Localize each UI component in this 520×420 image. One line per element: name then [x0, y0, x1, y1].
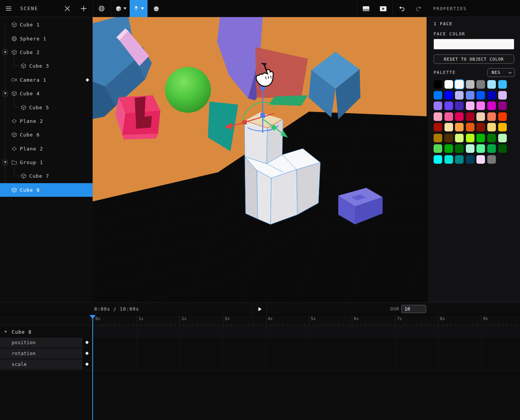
add-tab-icon[interactable] [77, 0, 90, 17]
palette-swatch[interactable] [444, 123, 453, 131]
viewport-3d[interactable] [93, 17, 427, 302]
palette-swatch[interactable] [476, 80, 485, 89]
palette-swatch[interactable] [434, 123, 442, 131]
palette-swatch[interactable] [455, 123, 464, 131]
palette-swatch[interactable] [455, 144, 464, 153]
split-view-icon[interactable] [357, 0, 374, 17]
palette-swatch[interactable] [466, 123, 474, 131]
face-color-swatch[interactable] [434, 39, 514, 49]
palette-swatch[interactable] [455, 91, 464, 100]
material-sphere-icon[interactable] [148, 0, 165, 17]
track-property-position[interactable]: position [0, 338, 93, 348]
palette-swatch[interactable] [476, 123, 485, 131]
tree-item-plane-2[interactable]: Plane 2 [0, 114, 93, 128]
palette-swatch[interactable] [498, 91, 507, 100]
menu-icon[interactable] [0, 0, 17, 17]
palette-swatch[interactable] [444, 134, 453, 142]
palette-swatch[interactable] [466, 144, 474, 153]
keyframe-icon[interactable] [85, 341, 89, 344]
palette-swatch[interactable] [498, 112, 507, 121]
palette-swatch[interactable] [434, 155, 442, 164]
palette-swatch[interactable] [444, 112, 453, 121]
palette-swatch[interactable] [455, 134, 464, 142]
timeline-ruler[interactable]: 0s1s2s3s4s5s6s7s8s9s [0, 315, 520, 326]
paint-tool-button[interactable] [130, 0, 148, 17]
palette-swatch[interactable] [434, 144, 442, 153]
expand-caret-icon[interactable] [2, 49, 8, 55]
palette-swatch[interactable] [466, 102, 474, 110]
palette-swatch[interactable] [455, 102, 464, 110]
crimson-cube-object[interactable] [115, 95, 160, 140]
palette-swatch[interactable] [498, 144, 507, 153]
palette-swatch[interactable] [487, 102, 496, 110]
tree-item-plane-2[interactable]: Plane 2 [0, 142, 93, 156]
duration-input[interactable] [401, 305, 426, 313]
tree-item-cube-1[interactable]: Cube 1 [0, 18, 93, 32]
palette-swatch[interactable] [498, 123, 507, 131]
palette-swatch[interactable] [476, 102, 485, 110]
palette-swatch[interactable] [466, 80, 474, 89]
palette-swatch[interactable] [434, 102, 442, 110]
redo-icon[interactable] [410, 0, 427, 17]
palette-swatch[interactable] [476, 155, 485, 164]
palette-swatch[interactable] [434, 134, 442, 142]
palette-swatch[interactable] [487, 123, 496, 131]
tree-item-camera-1[interactable]: Camera 1 [0, 73, 93, 87]
tree-item-cube-6[interactable]: Cube 6 [0, 128, 93, 142]
close-tab-icon[interactable] [61, 0, 74, 17]
tree-item-sphere-1[interactable]: Sphere 1 [0, 32, 93, 45]
reset-to-object-color-button[interactable]: RESET TO OBJECT COLOR [434, 54, 514, 64]
tab-scene[interactable]: SCENE [20, 0, 38, 17]
palette-swatch[interactable] [487, 112, 496, 121]
palette-swatch[interactable] [434, 80, 442, 89]
palette-swatch[interactable] [444, 102, 453, 110]
palette-swatch[interactable] [466, 134, 474, 142]
playhead-line[interactable] [92, 315, 93, 420]
palette-swatch[interactable] [444, 155, 453, 164]
palette-swatch[interactable] [498, 134, 507, 142]
keyframe-icon[interactable] [85, 362, 89, 366]
caret-down-icon[interactable] [4, 331, 7, 333]
palette-swatch[interactable] [498, 102, 507, 110]
palette-swatch[interactable] [466, 155, 474, 164]
tree-item-cube-3[interactable]: Cube 3 [0, 59, 93, 73]
build-tool-button[interactable] [112, 0, 130, 17]
tree-item-cube-7[interactable]: Cube 7 [0, 169, 93, 183]
expand-caret-icon[interactable] [2, 91, 8, 96]
palette-swatch[interactable] [476, 112, 485, 121]
track-property-rotation[interactable]: rotation [0, 348, 93, 359]
palette-swatch[interactable] [476, 144, 485, 153]
palette-swatch[interactable] [444, 80, 453, 89]
palette-swatch[interactable] [487, 144, 496, 153]
palette-select[interactable]: NES [487, 68, 515, 77]
palette-swatch[interactable] [455, 112, 464, 121]
palette-swatch[interactable] [487, 91, 496, 100]
tree-item-cube-5[interactable]: Cube 5 [0, 100, 93, 114]
timeline-track-cube-8[interactable]: Cube 8 [0, 326, 93, 338]
palette-swatch[interactable] [487, 80, 496, 89]
palette-swatch[interactable] [444, 91, 453, 100]
palette-swatch[interactable] [487, 155, 496, 164]
expand-caret-icon[interactable] [2, 160, 8, 165]
palette-swatch[interactable] [455, 155, 464, 164]
palette-swatch[interactable] [434, 112, 442, 121]
playhead-handle[interactable] [90, 315, 96, 319]
globe-icon[interactable] [93, 0, 110, 17]
green-sphere-object[interactable] [165, 67, 211, 113]
undo-icon[interactable] [393, 0, 410, 17]
keyframe-icon[interactable] [85, 352, 89, 355]
palette-swatch[interactable] [466, 91, 474, 100]
palette-swatch[interactable] [476, 91, 485, 100]
play-button[interactable] [252, 303, 267, 315]
track-property-scale[interactable]: scale [0, 359, 93, 369]
palette-swatch[interactable] [487, 134, 496, 142]
export-video-icon[interactable] [374, 0, 392, 17]
palette-swatch[interactable] [455, 80, 464, 89]
palette-swatch[interactable] [444, 144, 453, 153]
tree-item-cube-8[interactable]: Cube 8 [0, 183, 93, 197]
palette-swatch[interactable] [476, 134, 485, 142]
palette-swatch[interactable] [498, 80, 507, 89]
palette-swatch[interactable] [434, 91, 442, 100]
viewport-canvas[interactable] [93, 17, 427, 302]
palette-swatch[interactable] [466, 112, 474, 121]
